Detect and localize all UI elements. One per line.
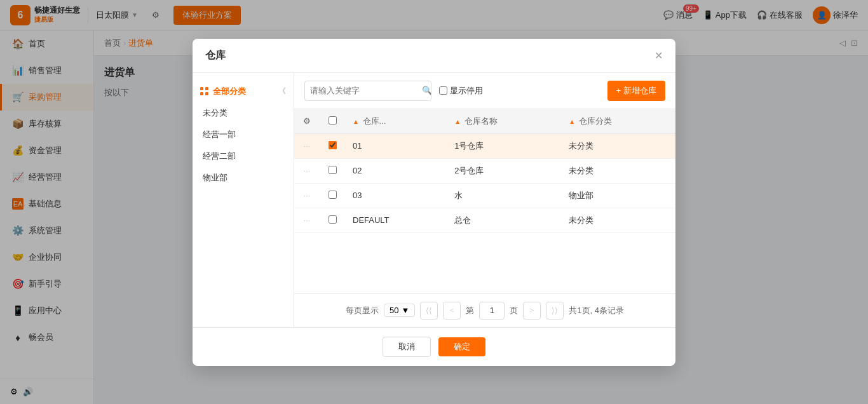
page-label: 第 (466, 305, 474, 316)
next-page-btn[interactable]: ＞ (523, 302, 541, 320)
col-checkbox-header (320, 109, 345, 134)
category-item-ops2[interactable]: 经营二部 (193, 145, 294, 167)
modal-title: 仓库 (205, 49, 226, 62)
category-item-property[interactable]: 物业部 (193, 167, 294, 189)
cancel-button[interactable]: 取消 (383, 337, 431, 357)
row-code: 02 (345, 158, 447, 183)
col-code-header: ▲ 仓库... (345, 109, 447, 134)
warehouse-table: ⚙ ▲ 仓库... ▲ 仓库名称 (294, 109, 675, 293)
confirm-button[interactable]: 确定 (438, 337, 485, 356)
per-page-value: 50 (390, 306, 398, 315)
right-panel: 🔍 显示停用 + 新增仓库 ⚙ (294, 73, 675, 327)
modal-overlay: 仓库 ✕ 全部分类 《 未分类 经营一部 经营二部 物业 (0, 0, 868, 404)
grid-icon (200, 87, 209, 96)
table-row[interactable]: ··· DEFAULT 总仓 未分类 (294, 208, 675, 232)
select-all-checkbox[interactable] (329, 116, 337, 125)
table-row[interactable]: ··· 01 1号仓库 未分类 (294, 133, 675, 158)
row-checkbox[interactable] (320, 208, 345, 232)
row-code: DEFAULT (345, 208, 447, 232)
row-checkbox[interactable] (320, 133, 345, 158)
first-page-btn[interactable]: ⟨⟨ (420, 302, 438, 320)
search-input[interactable] (305, 86, 422, 95)
category-item-ops1[interactable]: 经营一部 (193, 124, 294, 145)
col-name-header: ▲ 仓库名称 (447, 109, 561, 134)
all-category-header[interactable]: 全部分类 《 (193, 81, 294, 102)
category-item-unclassified[interactable]: 未分类 (193, 102, 294, 124)
sort-icon-2: ▲ (454, 118, 461, 125)
row-name: 水 (447, 183, 561, 208)
per-page-arrow-icon: ▼ (401, 306, 409, 315)
modal-close-icon[interactable]: ✕ (654, 50, 663, 62)
row-category: 未分类 (561, 133, 675, 158)
row-setting-icon: ··· (294, 158, 320, 183)
modal-body: 全部分类 《 未分类 经营一部 经营二部 物业部 🔍 (193, 73, 675, 327)
last-page-btn[interactable]: ⟩⟩ (546, 302, 564, 320)
sort-icon: ▲ (353, 118, 359, 125)
row-code: 01 (345, 133, 447, 158)
table-row[interactable]: ··· 02 2号仓库 未分类 (294, 158, 675, 183)
row-checkbox[interactable] (320, 158, 345, 183)
search-box: 🔍 (304, 81, 431, 101)
col-settings-header: ⚙ (294, 109, 320, 134)
left-panel: 全部分类 《 未分类 经营一部 经营二部 物业部 (193, 73, 294, 327)
row-category: 未分类 (561, 208, 675, 232)
table-row[interactable]: ··· 03 水 物业部 (294, 183, 675, 208)
modal-header: 仓库 ✕ (193, 39, 675, 73)
warehouse-modal: 仓库 ✕ 全部分类 《 未分类 经营一部 经营二部 物业 (193, 39, 675, 366)
row-setting-icon: ··· (294, 133, 320, 158)
search-button[interactable]: 🔍 (422, 81, 431, 101)
row-name: 总仓 (447, 208, 561, 232)
col-category-header: ▲ 仓库分类 (561, 109, 675, 134)
row-name: 2号仓库 (447, 158, 561, 183)
row-category: 未分类 (561, 158, 675, 183)
modal-footer: 取消 确定 (193, 327, 675, 366)
modal-toolbar: 🔍 显示停用 + 新增仓库 (294, 73, 675, 109)
show-disabled-input[interactable] (439, 86, 447, 95)
show-disabled-label: 显示停用 (450, 85, 483, 97)
row-setting-icon: ··· (294, 183, 320, 208)
all-category-label: 全部分类 (200, 86, 246, 97)
prev-page-btn[interactable]: ＜ (443, 302, 461, 320)
row-checkbox[interactable] (320, 183, 345, 208)
show-disabled-checkbox[interactable]: 显示停用 (439, 85, 483, 97)
row-name: 1号仓库 (447, 133, 561, 158)
collapse-arrow-icon: 《 (278, 86, 286, 97)
page-number-input[interactable] (479, 302, 505, 320)
page-unit: 页 (510, 305, 518, 316)
total-info: 共1页, 4条记录 (569, 305, 624, 316)
per-page-select[interactable]: 50 ▼ (384, 304, 415, 317)
row-category: 物业部 (561, 183, 675, 208)
sort-icon-3: ▲ (569, 118, 575, 125)
add-warehouse-button[interactable]: + 新增仓库 (607, 81, 665, 101)
pagination: 每页显示 50 ▼ ⟨⟨ ＜ 第 页 ＞ ⟩⟩ 共1页, 4条记录 (294, 293, 675, 327)
row-setting-icon: ··· (294, 208, 320, 232)
per-page-label: 每页显示 (346, 305, 379, 316)
row-code: 03 (345, 183, 447, 208)
